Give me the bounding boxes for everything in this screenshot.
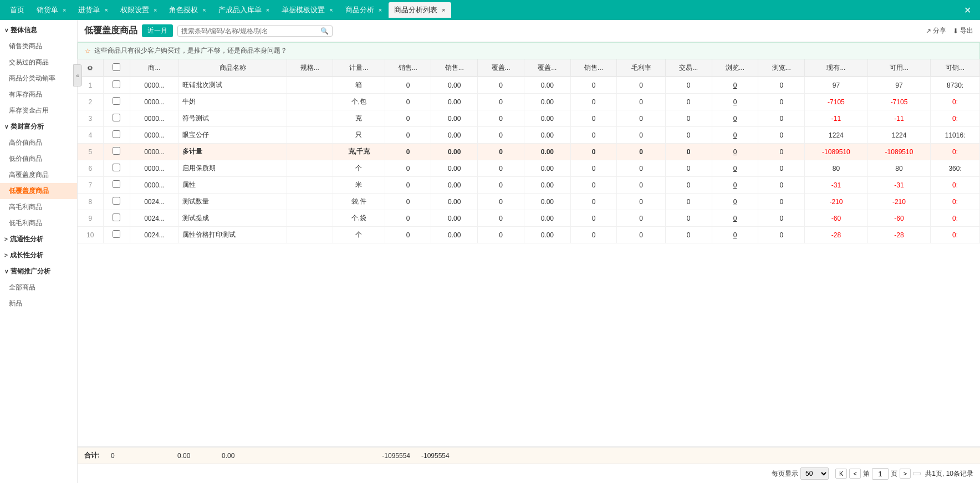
- nav-tab-权限设置[interactable]: 权限设置×: [115, 2, 162, 18]
- row-name[interactable]: 眼宝公仔: [179, 127, 287, 144]
- row-name[interactable]: 测试提成: [179, 210, 287, 227]
- sidebar-item-高覆盖度商品[interactable]: 高覆盖度商品: [0, 167, 77, 183]
- row-select-checkbox[interactable]: [113, 114, 120, 121]
- col-header-trans[interactable]: 交易...: [665, 59, 712, 77]
- col-header-name[interactable]: 商品名称: [179, 59, 287, 77]
- nav-tab-角色授权[interactable]: 角色授权×: [164, 2, 211, 18]
- sidebar-item-全部商品[interactable]: 全部商品: [0, 279, 77, 296]
- page-size-dropdown[interactable]: 50 100 200: [800, 467, 829, 480]
- row-select-checkbox[interactable]: [113, 230, 120, 238]
- tab-close-icon[interactable]: ×: [329, 7, 333, 13]
- prev-page-btn[interactable]: <: [849, 469, 860, 479]
- search-box[interactable]: 🔍: [177, 26, 333, 37]
- sidebar-section-类财富分析[interactable]: ∨类财富分析: [0, 119, 77, 135]
- sidebar-item-低价值商品[interactable]: 低价值商品: [0, 151, 77, 167]
- row-select-checkbox[interactable]: [113, 80, 120, 88]
- col-header-available[interactable]: 可用...: [867, 59, 931, 77]
- browse1-link[interactable]: 0: [733, 181, 737, 189]
- search-input[interactable]: [181, 27, 320, 35]
- sidebar-item-商品分类动销率[interactable]: 商品分类动销率: [0, 70, 77, 87]
- tab-close-icon[interactable]: ×: [266, 7, 269, 13]
- browse1-link[interactable]: 0: [733, 198, 737, 206]
- sidebar-item-高价值商品[interactable]: 高价值商品: [0, 135, 77, 151]
- col-header-cb[interactable]: [103, 59, 130, 77]
- sidebar-item-低覆盖度商品[interactable]: 低覆盖度商品: [0, 183, 77, 199]
- col-header-browse1[interactable]: 浏览...: [712, 59, 758, 77]
- col-header-browse2[interactable]: 浏览...: [758, 59, 805, 77]
- first-page-btn[interactable]: K: [835, 469, 847, 479]
- sidebar-section-整体信息[interactable]: ∨整体信息: [0, 22, 77, 38]
- browse1-link[interactable]: 0: [733, 131, 737, 139]
- sidebar-section-成长性分析[interactable]: >成长性分析: [0, 247, 77, 263]
- browse1-link[interactable]: 0: [733, 231, 737, 239]
- col-header-coverage1[interactable]: 覆盖...: [478, 59, 524, 77]
- next-page-btn[interactable]: >: [900, 469, 911, 479]
- browse1-link[interactable]: 0: [733, 98, 737, 106]
- row-select-checkbox[interactable]: [113, 180, 120, 188]
- col-header-sales_amt[interactable]: 销售...: [431, 59, 478, 77]
- share-button[interactable]: ↗ 分享: [926, 26, 946, 35]
- row-browse1[interactable]: 0: [712, 110, 758, 127]
- sidebar-item-库存资金占用[interactable]: 库存资金占用: [0, 103, 77, 119]
- sidebar-item-新品[interactable]: 新品: [0, 296, 77, 312]
- col-header-code[interactable]: 商...: [130, 59, 179, 77]
- nav-tab-商品分析列表[interactable]: 商品分析列表×: [389, 2, 451, 18]
- sidebar-item-高毛利商品[interactable]: 高毛利商品: [0, 199, 77, 215]
- tab-close-icon[interactable]: ×: [63, 7, 66, 13]
- col-header-unit[interactable]: 计量...: [333, 59, 385, 77]
- row-name[interactable]: 属性价格打印测试: [179, 227, 287, 243]
- nav-tab-首页[interactable]: 首页: [4, 2, 30, 18]
- browse1-link[interactable]: 0: [733, 165, 737, 172]
- nav-tab-销货单[interactable]: 销货单×: [31, 2, 72, 18]
- row-browse1[interactable]: 0: [712, 77, 758, 94]
- sidebar-section-营销推广分析[interactable]: ∨营销推广分析: [0, 263, 77, 279]
- row-browse1[interactable]: 0: [712, 160, 758, 177]
- row-browse1[interactable]: 0: [712, 127, 758, 144]
- row-select-checkbox[interactable]: [113, 197, 120, 205]
- sidebar-item-低毛利商品[interactable]: 低毛利商品: [0, 215, 77, 231]
- window-close-btn[interactable]: ✕: [959, 5, 976, 16]
- nav-tab-单据模板设置[interactable]: 单据模板设置×: [276, 2, 338, 18]
- row-name[interactable]: 属性: [179, 177, 287, 194]
- row-name[interactable]: 启用保质期: [179, 160, 287, 177]
- row-browse1[interactable]: 0: [712, 227, 758, 243]
- row-browse1[interactable]: 0: [712, 210, 758, 227]
- row-select-checkbox[interactable]: [113, 164, 120, 171]
- settings-icon[interactable]: ⚙: [87, 64, 93, 72]
- nav-tab-产成品入库单[interactable]: 产成品入库单×: [213, 2, 275, 18]
- browse1-link[interactable]: 0: [733, 115, 737, 123]
- row-browse1[interactable]: 0: [712, 194, 758, 210]
- col-header-current_stock[interactable]: 现有...: [805, 59, 868, 77]
- row-name[interactable]: 多计量: [179, 144, 287, 160]
- nav-tab-商品分析[interactable]: 商品分析×: [340, 2, 387, 18]
- last-page-btn[interactable]: [913, 472, 921, 475]
- export-button[interactable]: ⬇ 导出: [953, 26, 973, 35]
- browse1-link[interactable]: 0: [733, 215, 737, 222]
- col-header-sales_qty[interactable]: 销售...: [385, 59, 431, 77]
- tab-close-icon[interactable]: ×: [379, 7, 382, 13]
- row-browse1[interactable]: 0: [712, 94, 758, 110]
- col-header-sellable[interactable]: 可销...: [931, 59, 980, 77]
- row-browse1[interactable]: 0: [712, 144, 758, 160]
- browse1-link[interactable]: 0: [733, 148, 737, 156]
- row-select-checkbox[interactable]: [113, 97, 120, 105]
- row-browse1[interactable]: 0: [712, 177, 758, 194]
- tab-close-icon[interactable]: ×: [154, 7, 157, 13]
- sidebar-item-销售类商品[interactable]: 销售类商品: [0, 38, 77, 54]
- sidebar-item-交易过的商品[interactable]: 交易过的商品: [0, 54, 77, 70]
- current-page-input[interactable]: [872, 468, 889, 480]
- row-select-checkbox[interactable]: [113, 213, 120, 221]
- row-select-checkbox[interactable]: [113, 147, 120, 155]
- tab-close-icon[interactable]: ×: [104, 7, 108, 13]
- col-header-gross_rate[interactable]: 毛利率: [617, 59, 665, 77]
- row-name[interactable]: 符号测试: [179, 110, 287, 127]
- col-header-coverage2[interactable]: 覆盖...: [524, 59, 570, 77]
- browse1-link[interactable]: 0: [733, 82, 737, 89]
- row-name[interactable]: 测试数量: [179, 194, 287, 210]
- row-name[interactable]: 旺铺批次测试: [179, 77, 287, 94]
- row-name[interactable]: 牛奶: [179, 94, 287, 110]
- select-all-checkbox[interactable]: [113, 63, 120, 71]
- tab-close-icon[interactable]: ×: [442, 7, 445, 13]
- col-header-spec[interactable]: 规格...: [287, 59, 333, 77]
- row-select-checkbox[interactable]: [113, 130, 120, 138]
